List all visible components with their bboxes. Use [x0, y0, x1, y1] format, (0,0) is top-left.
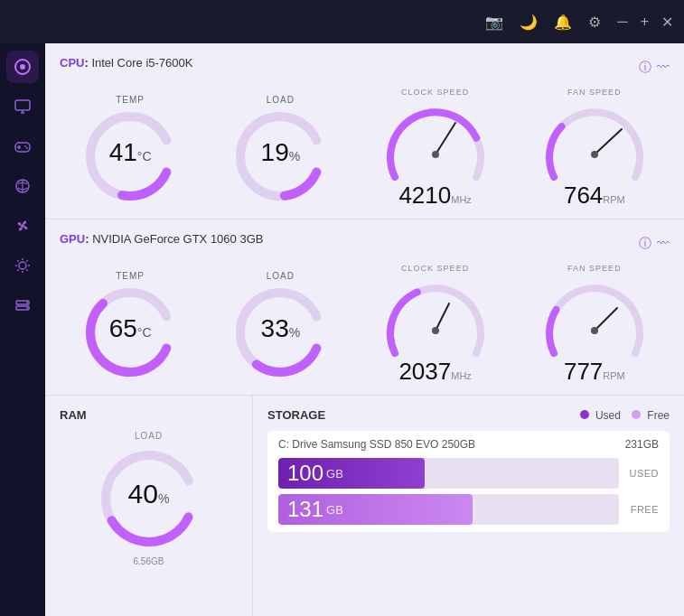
gpu-temp-value: 65	[109, 314, 137, 342]
gpu-load-label: LOAD	[267, 271, 295, 281]
gear-icon[interactable]: ⚙	[588, 14, 601, 31]
cpu-panel: CPU: Intel Core i5-7600K ⓘ 〰 TEMP 41°C	[45, 43, 684, 219]
gamepad-icon	[14, 137, 32, 155]
gpu-fan-value-wrap: 777RPM	[564, 358, 625, 386]
cpu-load-unit: %	[289, 149, 300, 163]
storage-title: STORAGE	[267, 408, 325, 422]
used-bar-label: USED	[626, 468, 659, 479]
used-bar-bg: 100 GB	[278, 458, 619, 489]
gpu-fan-value: 777	[564, 358, 603, 385]
cpu-fan-value-wrap: 764RPM	[564, 182, 625, 210]
cpu-info-icon[interactable]: ⓘ	[639, 60, 651, 76]
sidebar-item-storage[interactable]	[6, 289, 39, 322]
cpu-clock-label: CLOCK SPEED	[401, 88, 469, 97]
free-legend-dot	[632, 410, 641, 419]
cpu-load-value-wrap: 19%	[261, 138, 301, 167]
gpu-fan-label: FAN SPEED	[567, 264, 622, 273]
free-legend-item: Free	[632, 409, 670, 422]
svg-point-13	[19, 262, 26, 269]
free-bar-unit: GB	[326, 503, 343, 517]
drive-total: 231GB	[625, 438, 659, 451]
ram-load-value: 40	[128, 479, 158, 509]
gpu-temp-unit: °C	[137, 325, 152, 340]
free-legend-label: Free	[647, 409, 670, 422]
storage-icon	[14, 296, 32, 314]
gpu-load-gauge: LOAD 33%	[230, 271, 330, 379]
cpu-load-label: LOAD	[267, 95, 295, 105]
svg-line-32	[595, 129, 622, 154]
gpu-gauges-row: TEMP 65°C LOAD	[60, 264, 670, 386]
gpu-temp-value-wrap: 65°C	[109, 314, 152, 343]
svg-point-1	[20, 64, 25, 70]
moon-icon[interactable]: 🌙	[520, 14, 538, 31]
cpu-temp-label: TEMP	[116, 95, 145, 105]
gpu-fan-unit: RPM	[603, 370, 624, 381]
cpu-name: Intel Core i5-7600K	[91, 56, 192, 70]
gpu-temp-gauge: TEMP 65°C	[80, 271, 180, 379]
close-button[interactable]: ✕	[661, 14, 673, 31]
cpu-clock-gauge: CLOCK SPEED 4210MHz	[381, 88, 490, 210]
camera-icon[interactable]: 📷	[485, 14, 503, 31]
home-icon	[14, 58, 32, 76]
maximize-button[interactable]: +	[641, 14, 649, 31]
sidebar-item-monitor[interactable]	[6, 90, 39, 123]
ram-title: RAM	[60, 408, 238, 422]
svg-line-20	[26, 260, 27, 261]
ram-load-value-wrap: 40%	[128, 479, 170, 509]
cpu-clock-value: 4210	[398, 182, 451, 209]
gpu-info-icon[interactable]: ⓘ	[639, 236, 651, 252]
main-layout: CPU: Intel Core i5-7600K ⓘ 〰 TEMP 41°C	[0, 43, 684, 616]
svg-line-30	[436, 123, 455, 154]
storage-legend: Used Free	[580, 409, 670, 422]
cpu-label: CPU	[60, 56, 84, 70]
titlebar: 📷 🌙 🔔 ⚙ ─ + ✕	[0, 0, 684, 43]
cpu-clock-svg	[381, 100, 490, 191]
sidebar-item-network[interactable]	[6, 170, 39, 202]
svg-line-38	[436, 303, 449, 331]
cpu-fan-value: 764	[564, 182, 603, 209]
cpu-fan-unit: RPM	[603, 194, 624, 205]
used-bar-value: 100	[287, 461, 323, 486]
svg-point-12	[21, 224, 24, 228]
sidebar-item-fan[interactable]	[6, 210, 39, 242]
cpu-temp-gauge: TEMP 41°C	[80, 95, 180, 203]
svg-point-39	[432, 327, 439, 334]
svg-point-9	[26, 147, 28, 149]
sidebar-item-home[interactable]	[6, 51, 39, 83]
used-legend-item: Used	[580, 409, 621, 422]
cpu-clock-value-wrap: 4210MHz	[398, 182, 471, 210]
svg-point-31	[432, 151, 439, 158]
cpu-gauges-row: TEMP 41°C LOAD	[60, 88, 670, 210]
storage-drive: C: Drive Samsung SSD 850 EVO 250GB 231GB…	[267, 431, 670, 532]
monitor-icon	[14, 98, 32, 116]
sidebar-item-brightness[interactable]	[6, 249, 39, 282]
svg-rect-2	[15, 100, 30, 110]
ram-gauge-wrap: LOAD 40% 6.56GB	[60, 431, 238, 566]
minimize-button[interactable]: ─	[617, 14, 627, 31]
cpu-temp-unit: °C	[137, 149, 152, 163]
gpu-load-unit: %	[289, 325, 300, 340]
cpu-clock-unit: MHz	[451, 194, 472, 205]
gpu-temp-label: TEMP	[116, 271, 145, 281]
sidebar-item-gamepad[interactable]	[6, 130, 39, 163]
svg-line-21	[17, 269, 18, 270]
ram-load-label: LOAD	[135, 431, 163, 441]
drive-title-row: C: Drive Samsung SSD 850 EVO 250GB 231GB	[278, 438, 659, 451]
svg-point-24	[26, 302, 28, 303]
used-bar-row: 100 GB USED	[278, 458, 659, 489]
svg-point-8	[24, 145, 26, 147]
svg-line-19	[26, 269, 27, 270]
gpu-panel: GPU: NVIDIA GeForce GTX 1060 3GB ⓘ 〰 TEM…	[45, 219, 684, 396]
cpu-chart-icon[interactable]: 〰	[657, 60, 670, 76]
sun-icon	[14, 257, 32, 275]
cpu-load-value: 19	[261, 138, 289, 166]
gpu-header: GPU: NVIDIA GeForce GTX 1060 3GB ⓘ 〰	[60, 232, 670, 255]
bell-icon[interactable]: 🔔	[554, 14, 572, 31]
free-bar-value: 131	[287, 497, 323, 522]
gpu-label: GPU	[60, 232, 85, 246]
gpu-name: NVIDIA GeForce GTX 1060 3GB	[92, 232, 263, 246]
gpu-chart-icon[interactable]: 〰	[657, 236, 670, 252]
svg-point-33	[591, 151, 598, 158]
svg-line-18	[17, 260, 18, 261]
storage-header: STORAGE Used Free	[267, 408, 670, 422]
